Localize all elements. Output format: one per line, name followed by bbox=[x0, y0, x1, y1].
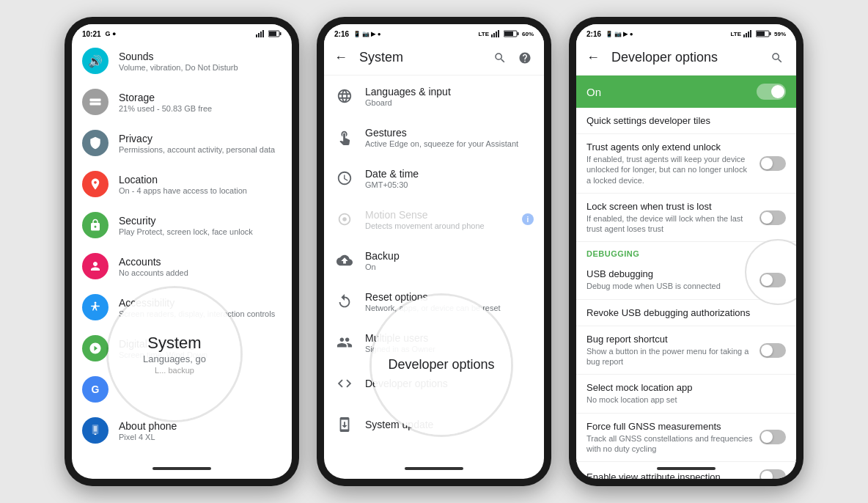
lte-label-2: LTE bbox=[478, 31, 489, 37]
svg-rect-0 bbox=[256, 34, 257, 37]
dev-gnss[interactable]: Force full GNSS measurements Track all G… bbox=[576, 414, 796, 463]
system-item-languages[interactable]: Languages & input Gboard bbox=[324, 76, 544, 117]
svg-rect-21 bbox=[504, 32, 513, 36]
svg-rect-1 bbox=[258, 33, 260, 37]
app-bar-3: ← Developer options bbox=[576, 40, 796, 76]
system-item-users[interactable]: Multiple users Signed in as Owner bbox=[324, 322, 544, 363]
dev-bug-report[interactable]: Bug report shortcut Show a button in the… bbox=[576, 326, 796, 375]
system-item-developer[interactable]: Developer options bbox=[324, 363, 544, 404]
settings-item-digital-wellbeing[interactable]: Digital Wellbeing Screen time, Wind Down bbox=[72, 328, 292, 369]
usb-debugging-toggle[interactable] bbox=[760, 273, 786, 287]
reset-label: Reset options bbox=[365, 291, 534, 303]
dev-mock-location[interactable]: Select mock location app No mock locatio… bbox=[576, 375, 796, 413]
usb-debugging-knob bbox=[761, 274, 773, 286]
app-bar-title-2: System bbox=[359, 50, 491, 65]
gnss-knob bbox=[761, 431, 773, 443]
trust-agents-sub: If enabled, trust agents will keep your … bbox=[586, 154, 754, 186]
svg-point-22 bbox=[342, 217, 347, 221]
digital-wellbeing-icon bbox=[82, 335, 108, 361]
location-label: Location bbox=[119, 174, 282, 186]
svg-rect-16 bbox=[493, 33, 495, 37]
svg-rect-18 bbox=[498, 30, 499, 37]
signal-battery-3: LTE 59% bbox=[730, 30, 786, 37]
revoke-usb-label: Revoke USB debugging authorizations bbox=[586, 307, 780, 318]
svg-rect-28 bbox=[769, 32, 770, 35]
motion-sub: Detects movement around phone bbox=[365, 221, 522, 230]
search-button-2[interactable] bbox=[491, 49, 509, 67]
view-attr-label: Enable view attribute inspection bbox=[586, 471, 754, 479]
settings-item-location[interactable]: Location On - 4 apps have access to loca… bbox=[72, 164, 292, 205]
accounts-sub: No accounts added bbox=[119, 268, 282, 277]
users-label: Multiple users bbox=[365, 332, 534, 344]
security-sub: Play Protect, screen lock, face unlock bbox=[119, 227, 282, 236]
mock-location-label: Select mock location app bbox=[586, 382, 780, 393]
back-button-2[interactable]: ← bbox=[334, 50, 347, 65]
about-icon bbox=[82, 417, 108, 444]
view-attr-toggle[interactable] bbox=[760, 469, 786, 479]
svg-rect-23 bbox=[743, 34, 745, 37]
signal-battery-1 bbox=[256, 30, 282, 37]
usb-debugging-sub: Debug mode when USB is connected bbox=[586, 281, 754, 291]
debugging-section-header: DEBUGGING bbox=[576, 242, 796, 261]
battery-pct-2: 60% bbox=[522, 31, 534, 37]
svg-point-11 bbox=[95, 302, 97, 304]
trust-agents-toggle[interactable] bbox=[760, 156, 786, 171]
settings-list-1: 🔊 Sounds Volume, vibration, Do Not Distu… bbox=[72, 40, 292, 444]
lock-screen-trust-toggle[interactable] bbox=[760, 210, 786, 225]
battery-icon-3 bbox=[756, 30, 772, 37]
reset-icon bbox=[334, 291, 355, 312]
help-button-2[interactable] bbox=[516, 49, 534, 67]
bug-report-label: Bug report shortcut bbox=[586, 334, 754, 345]
svg-rect-25 bbox=[748, 32, 749, 37]
svg-rect-26 bbox=[750, 30, 751, 37]
backup-icon bbox=[334, 250, 355, 271]
battery-icon-1 bbox=[268, 30, 282, 37]
system-item-datetime[interactable]: Date & time GMT+05:30 bbox=[324, 158, 544, 199]
battery-pct-3: 59% bbox=[774, 31, 786, 37]
settings-item-accounts[interactable]: Accounts No accounts added bbox=[72, 246, 292, 287]
digital-wellbeing-sub: Screen time, Wind Down bbox=[119, 350, 282, 359]
settings-item-about[interactable]: About phone Pixel 4 XL bbox=[72, 410, 292, 444]
system-item-backup[interactable]: Backup On bbox=[324, 240, 544, 281]
back-button-3[interactable]: ← bbox=[586, 50, 600, 65]
system-item-reset[interactable]: Reset options Network, apps, or device c… bbox=[324, 281, 544, 322]
dev-on-bar[interactable]: On bbox=[576, 76, 796, 108]
settings-item-privacy[interactable]: Privacy Permissions, account activity, p… bbox=[72, 122, 292, 164]
dev-revoke-usb[interactable]: Revoke USB debugging authorizations bbox=[576, 300, 796, 326]
bug-report-toggle[interactable] bbox=[760, 343, 786, 358]
svg-point-10 bbox=[98, 103, 100, 105]
settings-item-accessibility[interactable]: Accessibility Screen readers, display, i… bbox=[72, 287, 292, 328]
signal-icon-1 bbox=[256, 30, 266, 37]
system-item-gestures[interactable]: Gestures Active Edge on, squeeze for you… bbox=[324, 117, 544, 158]
settings-item-sounds[interactable]: 🔊 Sounds Volume, vibration, Do Not Distu… bbox=[72, 40, 292, 81]
dev-trust-agents[interactable]: Trust agents only extend unlock If enabl… bbox=[576, 134, 796, 194]
gnss-label: Force full GNSS measurements bbox=[586, 421, 754, 432]
reset-sub: Network, apps, or device can be reset bbox=[365, 304, 534, 312]
dev-usb-debugging[interactable]: USB debugging Debug mode when USB is con… bbox=[576, 261, 796, 299]
svg-rect-17 bbox=[496, 32, 497, 37]
accounts-label: Accounts bbox=[119, 256, 282, 268]
gnss-toggle[interactable] bbox=[760, 430, 786, 444]
dev-on-toggle[interactable] bbox=[757, 84, 786, 100]
system-item-motion[interactable]: Motion Sense Detects movement around pho… bbox=[324, 199, 544, 240]
settings-item-security[interactable]: Security Play Protect, screen lock, face… bbox=[72, 205, 292, 246]
dev-lock-screen-trust[interactable]: Lock screen when trust is lost If enable… bbox=[576, 194, 796, 243]
settings-item-google[interactable]: G bbox=[72, 369, 292, 410]
svg-rect-5 bbox=[280, 32, 282, 35]
gestures-label: Gestures bbox=[365, 127, 534, 139]
dev-view-attr[interactable]: Enable view attribute inspection bbox=[576, 462, 796, 479]
dev-quick-settings[interactable]: Quick settings developer tiles bbox=[576, 108, 796, 134]
system-list: Languages & input Gboard Gestures Active… bbox=[324, 76, 544, 479]
search-button-3[interactable] bbox=[768, 49, 786, 67]
battery-icon-2 bbox=[504, 30, 520, 37]
system-item-update[interactable]: System update bbox=[324, 404, 544, 445]
security-label: Security bbox=[119, 215, 282, 227]
settings-item-storage[interactable]: Storage 21% used - 50.83 GB free bbox=[72, 81, 292, 122]
status-icons-3: 📱 📷 ▶ ● bbox=[606, 31, 633, 37]
datetime-label: Date & time bbox=[365, 168, 534, 180]
phone2: 2:16 📱 📷 ▶ ● LTE bbox=[317, 17, 551, 486]
storage-label: Storage bbox=[119, 92, 282, 103]
lock-screen-trust-knob bbox=[761, 212, 773, 224]
signal-icon-3 bbox=[743, 30, 754, 37]
bug-report-knob bbox=[761, 345, 773, 356]
